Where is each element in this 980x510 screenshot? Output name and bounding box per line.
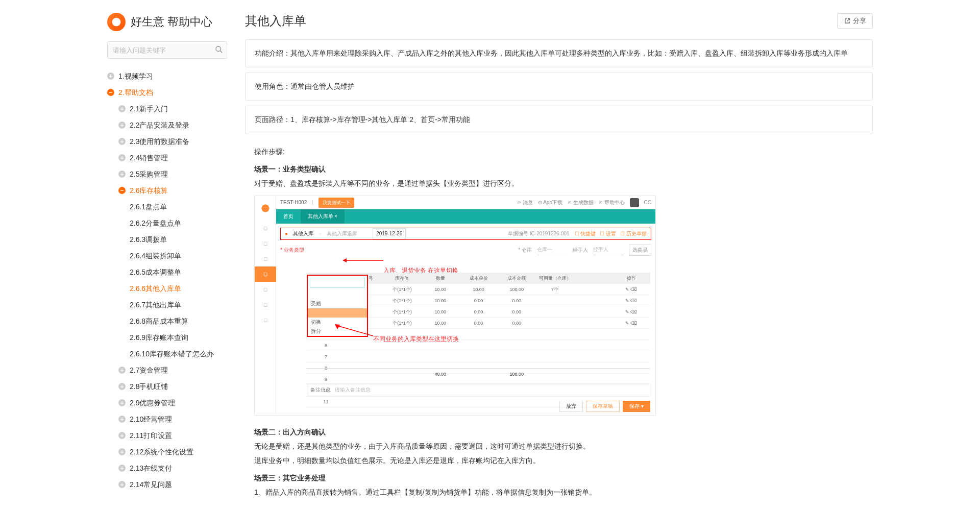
scenario1-title: 场景一：业务类型确认: [254, 162, 864, 176]
side-icon-6: ◻: [255, 297, 276, 312]
nav-label: 2.6.2分量盘点单: [130, 215, 181, 231]
article-body: 操作步骤: 场景一：业务类型确认 对于受赠、盘盈或是拆装入库等不同的业务，是通过…: [245, 139, 873, 504]
svg-marker-4: [342, 258, 347, 262]
nav-label: 2.帮助文档: [118, 84, 153, 101]
side-icon-7: ◻: [255, 312, 276, 328]
path-label: 页面路径：: [255, 115, 290, 124]
nav-label: 2.6.10库存账本错了怎么办: [130, 346, 214, 362]
warehouse-value: 仓库一: [537, 245, 568, 255]
nav-label: 2.14常见问题: [130, 476, 172, 493]
col-header: 操作: [612, 273, 650, 284]
radio-return: 其他入库退库: [327, 229, 357, 239]
nav-item[interactable]: 2.6.4组装拆卸单: [107, 248, 227, 264]
role-label: 使用角色：: [255, 82, 290, 90]
nav-item[interactable]: 2.6.10库存账本错了怎么办: [107, 346, 227, 362]
topbar-item: ⊙ 消息: [517, 198, 533, 208]
nav-label: 2.6.4组装拆卸单: [130, 248, 181, 264]
expand-icon: +: [118, 399, 126, 406]
scenario2-text2: 退库业务中，明细数量均以负值红色展示。无论是入库还是退库，库存账均记在入库方向。: [254, 453, 864, 468]
svg-line-1: [220, 51, 222, 53]
nav-item[interactable]: +2.1新手入门: [107, 101, 227, 117]
nav-label: 2.5采购管理: [130, 166, 168, 182]
nav-item[interactable]: +2.13在线支付: [107, 460, 227, 476]
nav-label: 2.1新手入门: [130, 101, 168, 117]
nav-item[interactable]: +2.2产品安装及登录: [107, 117, 227, 133]
nav-item[interactable]: 2.6.6其他入库单: [107, 280, 227, 297]
nav-item[interactable]: 2.6.3调拨单: [107, 231, 227, 248]
dropdown-option: 受赠: [308, 299, 367, 308]
intro-text: 其他入库单用来处理除采购入库、产成品入库之外的其他入库业务，因此其他入库单可处理…: [290, 49, 848, 57]
nav-label: 2.13在线支付: [130, 460, 172, 476]
expand-icon: +: [118, 122, 126, 129]
date-field: 2019-12-26: [373, 228, 406, 239]
nav-item[interactable]: +2.4销售管理: [107, 150, 227, 166]
dropdown-option: 拆分: [308, 327, 367, 336]
close-icon: ×: [334, 213, 337, 219]
expand-icon: +: [118, 154, 126, 161]
topbar-item: CC: [644, 198, 651, 208]
nav-label: 2.11打印设置: [130, 427, 172, 444]
search-box: [107, 41, 227, 59]
path-text: 1、库存核算->库存管理->其他入库单 2、首页->常用功能: [290, 115, 470, 124]
nav-item[interactable]: +2.10经营管理: [107, 411, 227, 427]
nav-label: 2.6.3调拨单: [130, 231, 167, 248]
expand-icon: +: [118, 416, 126, 423]
nav-item[interactable]: +2.12系统个性化设置: [107, 444, 227, 460]
side-icon-3: ◻: [255, 251, 276, 266]
svg-point-0: [216, 46, 220, 51]
nav-item[interactable]: 2.6.8商品成本重算: [107, 313, 227, 329]
nav-item[interactable]: 2.6.5成本调整单: [107, 264, 227, 280]
test-pill: 我要测试一下: [318, 198, 354, 208]
nav-item[interactable]: +2.5采购管理: [107, 166, 227, 182]
nav-label: 2.6.9库存账本查询: [130, 329, 188, 346]
nav-item[interactable]: 2.6.7其他出库单: [107, 297, 227, 313]
nav-item[interactable]: +2.11打印设置: [107, 427, 227, 444]
side-icon-home: ◻: [255, 221, 276, 236]
tab-current: 其他入库单: [308, 213, 333, 219]
action-button: 保存草稿: [586, 401, 620, 412]
nav-item[interactable]: +2.14常见问题: [107, 476, 227, 493]
nav-label: 2.12系统个性化设置: [130, 444, 193, 460]
search-icon[interactable]: [215, 45, 223, 55]
expand-icon: +: [118, 432, 126, 439]
handler-value: 经手人: [593, 245, 624, 255]
svg-point-2: [262, 204, 270, 212]
nav-item[interactable]: 2.6.9库存账本查询: [107, 329, 227, 346]
quick-link: ☐ 设置: [600, 229, 616, 239]
nav-label: 2.6.5成本调整单: [130, 264, 181, 280]
nav-item[interactable]: +2.7资金管理: [107, 362, 227, 378]
avatar: [630, 198, 639, 207]
path-card: 页面路径：1、库存核算->库存管理->其他入库单 2、首页->常用功能: [245, 106, 873, 134]
dropdown-option: [308, 308, 367, 318]
nav-item[interactable]: +1.视频学习: [107, 68, 227, 84]
nav-label: 2.6.7其他出库单: [130, 297, 181, 313]
warehouse-label: 仓库: [522, 247, 532, 253]
search-input[interactable]: [107, 41, 227, 59]
topbar-item: ⊙ 帮助中心: [599, 198, 625, 208]
expand-icon: +: [118, 448, 126, 455]
col-header: [574, 273, 612, 284]
expand-icon: +: [118, 105, 126, 112]
nav-item[interactable]: +2.3使用前数据准备: [107, 133, 227, 150]
nav-item[interactable]: 2.6.2分量盘点单: [107, 215, 227, 231]
scenario2-text1: 无论是受赠，还是其他类型的业务，由于入库商品质量等原因，需要退回，这时可通过单据…: [254, 439, 864, 453]
remark-label: 备注信息: [310, 385, 331, 395]
side-icon-5: ◻: [255, 282, 276, 297]
logo-icon: [107, 13, 126, 31]
dropdown-option: [308, 290, 367, 299]
nav-item[interactable]: +2.9优惠券管理: [107, 395, 227, 411]
nav-item[interactable]: −2.帮助文档: [107, 84, 227, 101]
nav-item[interactable]: +2.8手机旺铺: [107, 378, 227, 395]
remark-placeholder: 请输入备注信息: [335, 385, 371, 395]
nav-label: 2.6.8商品成本重算: [130, 313, 188, 329]
expand-icon: +: [118, 481, 126, 488]
expand-icon: +: [118, 465, 126, 472]
topbar-item: ⊙ App下载: [538, 198, 562, 208]
nav-item[interactable]: 2.6.1盘点单: [107, 199, 227, 215]
nav-label: 2.9优惠券管理: [130, 395, 175, 411]
dropdown-option: 切换: [308, 318, 367, 327]
handler-label: 经手人: [573, 245, 588, 255]
nav-label: 2.6.1盘点单: [130, 199, 167, 215]
nav-item[interactable]: −2.6库存核算: [107, 182, 227, 199]
share-button[interactable]: 分享: [837, 13, 873, 29]
